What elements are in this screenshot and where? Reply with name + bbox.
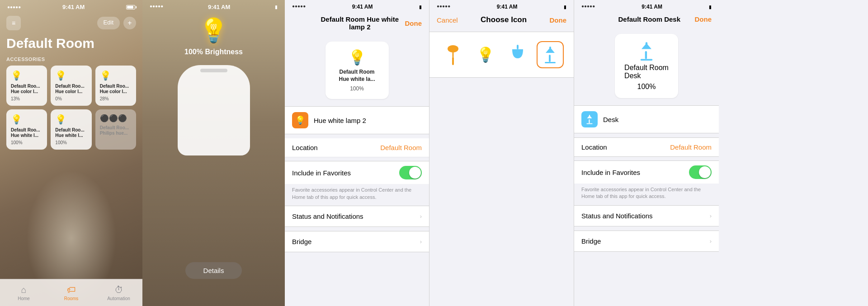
icon-choice-bulb[interactable]: 💡: [472, 41, 499, 68]
panel-choose-icon: ●●●●● 9:41 AM ▮ Cancel Choose Icon Done …: [429, 0, 574, 306]
p3-favorites-row: Include in Favorites: [285, 161, 429, 184]
done-button-5[interactable]: Done: [695, 15, 712, 23]
p3-status-chevron: ›: [420, 213, 422, 220]
tile-1[interactable]: 💡 Default Roo...Hue color l... 13%: [6, 66, 47, 106]
tab-rooms[interactable]: 🏷 Rooms: [47, 279, 95, 306]
p3-status-label: Status and Notifications: [292, 212, 420, 220]
svg-rect-12: [589, 115, 590, 116]
status-icons-1: [126, 5, 135, 9]
p5-status-chevron: ›: [710, 212, 712, 219]
panel-lamp-settings: ●●●●● 9:41 AM ▮ Default Room Hue white l…: [285, 0, 429, 306]
battery-2: ▮: [275, 5, 278, 9]
tile-4[interactable]: 💡 Default Roo...Hue white l... 100%: [6, 109, 47, 150]
tile-name-6: Default Roo...Philips hue...: [100, 125, 132, 136]
svg-rect-6: [549, 47, 551, 49]
p3-tile: 💡 Default RoomHue white la... 100%: [326, 42, 389, 99]
p3-bulb-icon: 💡: [292, 112, 308, 128]
tile-2[interactable]: 💡 Default Roo...Hue color l... 0%: [51, 66, 91, 106]
edit-button[interactable]: Edit: [97, 17, 120, 29]
battery-4: ▮: [564, 5, 566, 9]
svg-rect-11: [586, 123, 592, 124]
favorites-toggle-5[interactable]: [689, 165, 712, 179]
spacer-4a: [429, 28, 574, 32]
tile-name-5: Default Roo...Hue white l...: [55, 127, 87, 138]
wifi-signal-1: ●●●●●: [7, 5, 21, 9]
p5-tile-pct: 100%: [637, 83, 656, 91]
battery-5: ▮: [709, 5, 712, 9]
time-5: 9:41 AM: [642, 4, 662, 10]
desk-lamp-svg: [541, 46, 559, 64]
floor-lamp-svg: [445, 43, 461, 66]
tile-3[interactable]: 💡 Default Roo...Hue color l... 28%: [95, 66, 136, 106]
panel4-title: Choose Icon: [481, 15, 527, 24]
p3-bridge-chevron: ›: [420, 238, 422, 245]
tab-automation-label: Automation: [107, 296, 130, 301]
p3-favorites-label: Include in Favorites: [292, 169, 399, 177]
icon-tile-area-3: 💡 Default RoomHue white la... 100%: [285, 34, 429, 106]
brightness-text: 100% Brightness: [184, 48, 243, 56]
panel5-title: Default Room Desk: [604, 15, 695, 23]
svg-rect-4: [549, 55, 551, 62]
p3-status-row[interactable]: Status and Notifications ›: [285, 206, 429, 227]
tile-5[interactable]: 💡 Default Roo...Hue white l... 100%: [51, 109, 91, 150]
icons-grid-4: 💡: [429, 32, 574, 78]
cancel-button-4[interactable]: Cancel: [437, 16, 458, 24]
time-2: 9:41 AM: [208, 4, 230, 10]
menu-button[interactable]: ≡: [6, 16, 21, 30]
bulb-icon-2: 💡: [55, 70, 87, 81]
p5-location-row[interactable]: Location Default Room: [574, 137, 719, 157]
p5-bridge-row[interactable]: Bridge ›: [574, 231, 719, 252]
status-bar-3: ●●●●● 9:41 AM ▮: [285, 0, 429, 12]
tile-pct-3: 28%: [100, 96, 132, 101]
battery-icon-1: [126, 5, 135, 9]
menu-icon: ≡: [12, 19, 15, 27]
done-button-4[interactable]: Done: [550, 16, 567, 24]
large-bulb-icon: 💡: [199, 17, 228, 44]
p5-name-section: Desk: [574, 105, 719, 133]
p3-accessory-name[interactable]: Hue white lamp 2: [314, 117, 422, 124]
p3-tile-icon: 💡: [348, 49, 366, 66]
automation-icon: ⏱: [114, 285, 123, 295]
svg-rect-10: [589, 119, 590, 123]
p5-name-row: Desk: [574, 106, 719, 133]
p5-status-label: Status and Notifications: [581, 212, 710, 220]
wifi-4: ●●●●●: [437, 4, 450, 10]
p3-bridge-row[interactable]: Bridge ›: [285, 231, 429, 252]
time-3: 9:41 AM: [352, 4, 373, 10]
desk-row-icon-svg: [585, 114, 594, 124]
p5-accessory-name[interactable]: Desk: [603, 116, 712, 123]
icon-choice-selected[interactable]: [537, 41, 564, 68]
panel1-header: ≡ Edit +: [0, 12, 142, 34]
p3-name-section: 💡 Hue white lamp 2: [285, 106, 429, 134]
tab-home[interactable]: ⌂ Home: [0, 279, 47, 306]
details-button[interactable]: Details: [185, 262, 242, 279]
tab-automation[interactable]: ⏱ Automation: [95, 279, 142, 306]
p3-location-row[interactable]: Location Default Room: [285, 138, 429, 157]
panel3-header: Default Room Hue white lamp 2 Done: [285, 12, 429, 34]
accessories-label: Accessories: [0, 56, 142, 66]
bulb-choice-icon: 💡: [476, 46, 495, 63]
rooms-icon: 🏷: [67, 285, 76, 295]
panel5-header: Default Room Desk Done: [574, 12, 719, 27]
tile-name-2: Default Roo...Hue color l...: [55, 84, 87, 94]
tile-6[interactable]: ⚫⚫⚫ Default Roo...Philips hue...: [95, 109, 136, 150]
battery-3: ▮: [419, 5, 422, 9]
done-button-3[interactable]: Done: [405, 19, 422, 27]
add-button[interactable]: +: [123, 17, 136, 29]
time-1: 9:41 AM: [62, 4, 85, 10]
p5-favorites-label: Include in Favorites: [581, 169, 689, 176]
p5-status-row[interactable]: Status and Notifications ›: [574, 205, 719, 226]
icon-tile-area-5: Default RoomDesk 100%: [574, 27, 719, 105]
p3-location-value: Default Room: [380, 144, 422, 151]
wifi-3: ●●●●●: [292, 4, 306, 10]
favorites-toggle-3[interactable]: [399, 166, 422, 179]
panel3-title: Default Room Hue white lamp 2: [315, 15, 405, 31]
icon-choice-pendant[interactable]: [504, 41, 531, 68]
spacer-3b: [285, 157, 429, 161]
icons-2: ▮: [275, 4, 278, 10]
icon-choice-floor-lamp[interactable]: [439, 41, 467, 68]
panel-brightness: ●●●●● 9:41 AM ▮ 💡 100% Brightness Detail…: [142, 0, 285, 306]
plus-icon: +: [127, 19, 132, 27]
p5-desk-icon: [581, 111, 598, 127]
p5-bridge-chevron: ›: [710, 238, 712, 245]
